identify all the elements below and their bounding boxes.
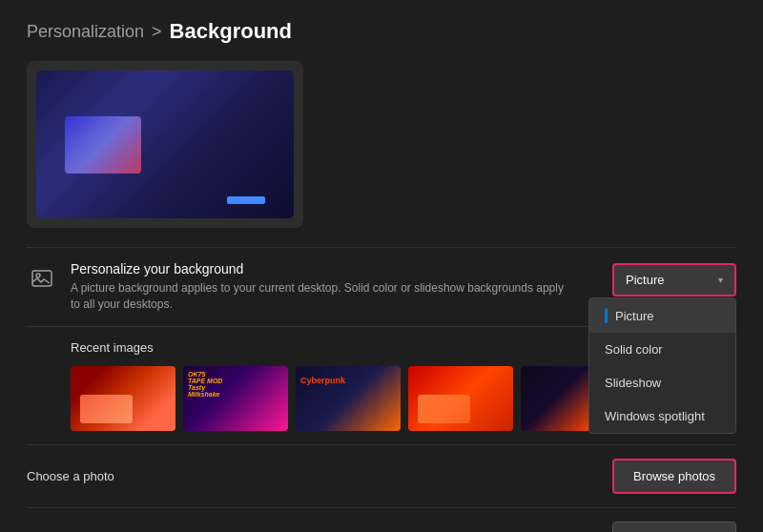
personalize-text: Personalize your background A picture ba… (71, 261, 593, 313)
dropdown-item-picture[interactable]: Picture (589, 298, 735, 333)
choose-fit-section: Choose a fit for your desktop image Fill… (27, 507, 736, 532)
dropdown-item-slideshow[interactable]: Slideshow (589, 366, 735, 399)
svg-point-1 (36, 274, 40, 277)
dropdown-label-slideshow: Slideshow (605, 376, 661, 390)
breadcrumb: Personalization > Background (27, 19, 736, 44)
personalize-desc: A picture background applies to your cur… (71, 280, 567, 313)
dropdown-label-picture: Picture (615, 309, 653, 323)
browse-photos-button[interactable]: Browse photos (612, 459, 736, 494)
dropdown-selected-value: Picture (626, 273, 664, 287)
dropdown-item-solid-color[interactable]: Solid color (589, 333, 735, 366)
breadcrumb-parent[interactable]: Personalization (27, 22, 144, 42)
recent-image-3[interactable] (296, 366, 401, 431)
choose-photo-label: Choose a photo (27, 469, 612, 483)
active-indicator (605, 308, 608, 323)
breadcrumb-current: Background (170, 19, 292, 44)
recent-image-2[interactable] (183, 366, 288, 431)
recent-image-1[interactable] (71, 366, 175, 431)
breadcrumb-separator: > (152, 22, 162, 42)
personalize-title: Personalize your background (71, 261, 593, 276)
wallpaper-preview (27, 61, 303, 228)
image-icon (27, 263, 57, 294)
settings-page: Personalization > Background Personalize… (0, 0, 763, 532)
dropdown-label-solid-color: Solid color (605, 342, 663, 357)
svg-rect-0 (32, 271, 52, 286)
background-type-dropdown[interactable]: Picture ▾ (612, 263, 736, 297)
recent-image-4[interactable] (408, 366, 513, 431)
choose-photo-section: Choose a photo Browse photos (27, 444, 736, 507)
background-type-dropdown-container: Picture ▾ Picture Solid color Slideshow (612, 261, 736, 297)
background-type-menu: Picture Solid color Slideshow Windows sp… (588, 297, 736, 434)
dropdown-item-spotlight[interactable]: Windows spotlight (589, 399, 735, 433)
fit-dropdown[interactable]: Fill ▾ (612, 522, 736, 532)
dropdown-label-spotlight: Windows spotlight (605, 409, 705, 423)
main-content: Personalize your background A picture ba… (27, 247, 736, 532)
chevron-down-icon: ▾ (718, 275, 723, 285)
preview-screen (36, 71, 294, 218)
personalize-section: Personalize your background A picture ba… (27, 247, 736, 326)
